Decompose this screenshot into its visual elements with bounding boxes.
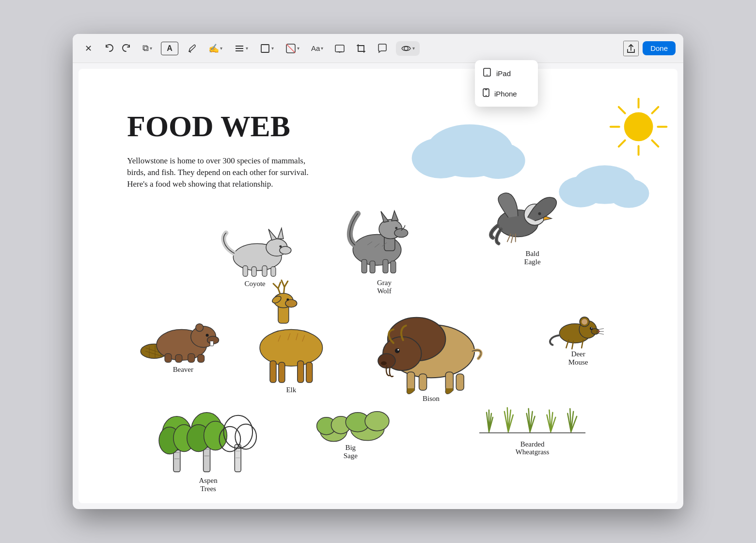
done-button[interactable]: Done: [643, 41, 676, 55]
screen-icon: [334, 43, 345, 54]
svg-point-28: [609, 179, 649, 208]
svg-point-97: [397, 349, 399, 351]
svg-rect-100: [445, 372, 453, 390]
svg-point-96: [395, 348, 400, 353]
sign-icon: ✍: [208, 43, 219, 54]
svg-point-54: [395, 227, 397, 229]
svg-text:Big: Big: [345, 444, 356, 451]
svg-line-6: [286, 44, 295, 53]
svg-line-20: [652, 107, 658, 113]
redo-button[interactable]: [118, 41, 134, 56]
sign-button[interactable]: ✍ ▾: [205, 41, 225, 56]
svg-rect-52: [383, 259, 388, 273]
svg-rect-53: [391, 261, 396, 273]
svg-rect-7: [335, 45, 344, 52]
screen-button[interactable]: [332, 41, 347, 56]
svg-text:FOOD WEB: FOOD WEB: [127, 110, 290, 143]
svg-text:Deer: Deer: [571, 350, 585, 358]
svg-text:Mouse: Mouse: [568, 358, 588, 366]
close-button[interactable]: ✕: [80, 41, 96, 56]
device-dropdown: iPad iPhone: [475, 60, 538, 107]
svg-text:Sage: Sage: [344, 452, 358, 460]
color-icon: [285, 43, 296, 54]
svg-rect-76: [175, 354, 182, 362]
layers-button[interactable]: ⧉ ▾: [140, 41, 155, 55]
svg-point-25: [472, 142, 525, 179]
svg-text:Bald: Bald: [525, 250, 539, 257]
svg-point-112: [590, 327, 593, 330]
marker-button[interactable]: [184, 41, 200, 56]
svg-line-21: [619, 140, 625, 146]
lines-button[interactable]: ▾: [231, 41, 251, 56]
ipad-label: iPad: [496, 69, 511, 78]
svg-text:Wheatgrass: Wheatgrass: [516, 448, 550, 456]
ipad-icon: [483, 68, 491, 79]
shape-button[interactable]: ▾: [257, 41, 277, 56]
canvas-area: FOOD WEB Yellowstone is home to over 300…: [79, 69, 677, 503]
crop-button[interactable]: [353, 41, 369, 56]
svg-point-10: [487, 75, 488, 76]
svg-point-82: [285, 300, 297, 307]
svg-text:Beaver: Beaver: [173, 366, 193, 373]
svg-text:Eagle: Eagle: [524, 258, 541, 266]
svg-rect-98: [407, 372, 415, 390]
svg-point-74: [206, 334, 209, 337]
lines-icon: [234, 43, 245, 54]
svg-marker-48: [381, 211, 389, 223]
svg-point-141: [365, 412, 389, 431]
svg-rect-87: [306, 362, 313, 383]
iphone-icon: [483, 88, 489, 99]
svg-point-22: [624, 112, 653, 142]
shape-icon: [260, 43, 270, 54]
svg-point-27: [559, 176, 602, 208]
svg-rect-51: [370, 261, 375, 273]
color-button[interactable]: ▾: [283, 41, 302, 56]
eye-icon: [401, 43, 411, 54]
share-icon: [626, 43, 636, 54]
svg-point-12: [486, 95, 487, 96]
app-window: ✕ ⧉ ▾ A: [73, 34, 683, 509]
svg-rect-86: [298, 361, 304, 383]
undo-redo-group: [102, 41, 134, 56]
svg-rect-50: [362, 259, 367, 273]
svg-text:birds, and fish. They depend o: birds, and fish. They depend on each oth…: [127, 168, 308, 177]
svg-rect-38: [243, 266, 248, 276]
svg-marker-49: [392, 211, 398, 221]
svg-point-60: [538, 212, 541, 215]
iphone-option[interactable]: iPhone: [475, 83, 538, 104]
svg-text:Elk: Elk: [286, 386, 296, 394]
comment-button[interactable]: [375, 41, 390, 56]
device-chevron: ▾: [412, 46, 415, 51]
svg-rect-75: [165, 353, 172, 362]
ipad-option[interactable]: iPad: [475, 63, 538, 83]
svg-rect-84: [270, 361, 276, 383]
svg-point-71: [196, 324, 204, 332]
svg-text:Coyote: Coyote: [245, 280, 266, 287]
font-button[interactable]: Aa ▾: [308, 42, 326, 54]
lines-chevron: ▾: [246, 46, 248, 51]
svg-rect-99: [419, 374, 427, 390]
svg-text:Wolf: Wolf: [377, 287, 391, 295]
svg-text:Bearded: Bearded: [520, 440, 545, 448]
comment-icon: [377, 43, 388, 54]
canvas-svg: FOOD WEB Yellowstone is home to over 300…: [79, 69, 677, 503]
svg-point-47: [394, 229, 408, 238]
svg-point-8: [404, 47, 408, 50]
layers-chevron: ▾: [150, 46, 152, 51]
svg-rect-73: [210, 341, 214, 346]
device-preview-button[interactable]: ▾: [396, 41, 420, 56]
svg-point-95: [381, 361, 387, 365]
svg-point-24: [412, 138, 470, 178]
crop-icon: [356, 43, 366, 54]
svg-line-19: [652, 140, 658, 146]
text-button[interactable]: A: [161, 42, 178, 55]
undo-icon: [104, 43, 115, 54]
svg-rect-78: [198, 354, 205, 362]
svg-text:Trees: Trees: [200, 485, 216, 493]
svg-text:Here's a food web showing that: Here's a food web showing that relations…: [127, 179, 273, 189]
share-button[interactable]: [623, 41, 639, 56]
sign-chevron: ▾: [220, 46, 222, 51]
svg-rect-77: [188, 353, 195, 362]
undo-button[interactable]: [102, 41, 117, 56]
marker-icon: [187, 43, 197, 54]
